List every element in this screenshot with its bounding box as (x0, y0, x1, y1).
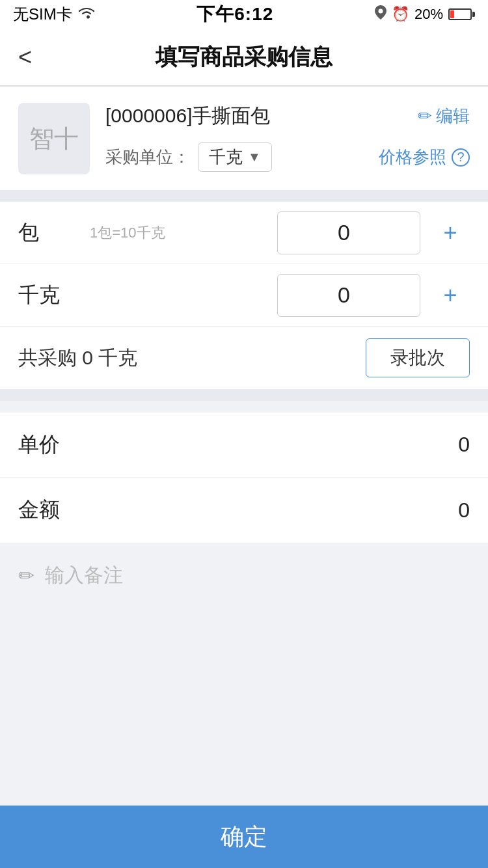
price-reference-button[interactable]: 价格参照 ? (379, 146, 470, 169)
amount-label: 金额 (18, 496, 60, 524)
notes-input-row[interactable]: ✏ 输入备注 (18, 562, 470, 589)
chevron-down-icon: ▼ (248, 150, 261, 165)
bao-input-wrap: + (277, 211, 470, 254)
info-section: 单价 0 金额 0 (0, 413, 488, 543)
edit-button[interactable]: ✏ 编辑 (418, 105, 470, 128)
kg-label: 千克 (18, 281, 83, 310)
status-right: ⏰ 20% (375, 5, 475, 23)
wifi-icon (77, 5, 96, 23)
content-spacer (0, 607, 488, 802)
page-title: 填写商品采购信息 (156, 42, 332, 72)
amount-row: 金额 0 (0, 478, 488, 543)
amount-value: 0 (458, 498, 470, 522)
svg-point-0 (378, 9, 383, 14)
edit-icon: ✏ (418, 106, 432, 126)
location-icon (375, 5, 386, 23)
nav-bar: < 填写商品采购信息 (0, 29, 488, 86)
battery-icon (448, 8, 475, 20)
help-icon: ? (452, 148, 470, 167)
unit-price-label: 单价 (18, 431, 60, 459)
price-ref-label: 价格参照 (379, 146, 446, 169)
bao-label: 包 (18, 219, 83, 247)
kg-input-wrap: + (277, 274, 470, 317)
unit-value: 千克 (209, 146, 243, 169)
unit-select[interactable]: 千克 ▼ (198, 142, 272, 172)
kg-input[interactable] (277, 274, 420, 317)
product-card: 智十 [0000006]手撕面包 ✏ 编辑 采购单位： 千克 ▼ 价格参照 ? (0, 87, 488, 190)
summary-text: 共采购 0 千克 (18, 345, 137, 372)
unit-price-row: 单价 0 (0, 413, 488, 478)
unit-price-value: 0 (458, 433, 470, 457)
back-button[interactable]: < (18, 44, 32, 71)
section-divider-2 (0, 389, 488, 401)
product-unit-row: 采购单位： 千克 ▼ 价格参照 ? (105, 142, 470, 172)
product-name: [0000006]手撕面包 (105, 103, 270, 129)
status-bar: 无SIM卡 下午6:12 ⏰ 20% (0, 0, 488, 29)
battery-percent: 20% (414, 6, 443, 23)
form-section: 包 1包=10千克 + 千克 + (0, 202, 488, 327)
pencil-icon: ✏ (18, 564, 34, 587)
product-info: [0000006]手撕面包 ✏ 编辑 采购单位： 千克 ▼ 价格参照 ? (105, 103, 470, 172)
product-logo: 智十 (29, 122, 79, 156)
section-divider-1 (0, 190, 488, 202)
unit-label: 采购单位： (105, 146, 190, 169)
status-left: 无SIM卡 (13, 4, 96, 25)
kg-plus-button[interactable]: + (431, 274, 470, 317)
summary-row: 共采购 0 千克 录批次 (0, 327, 488, 389)
bao-plus-button[interactable]: + (431, 211, 470, 254)
notes-placeholder: 输入备注 (45, 562, 123, 589)
product-name-row: [0000006]手撕面包 ✏ 编辑 (105, 103, 470, 129)
product-image: 智十 (18, 103, 90, 174)
alarm-icon: ⏰ (392, 6, 409, 23)
confirm-bar[interactable]: 确定 (0, 806, 488, 868)
kg-row: 千克 + (0, 264, 488, 327)
batch-button[interactable]: 录批次 (366, 338, 470, 377)
bao-sublabel: 1包=10千克 (90, 223, 277, 243)
notes-section: ✏ 输入备注 (0, 544, 488, 607)
bao-input[interactable] (277, 211, 420, 254)
status-time: 下午6:12 (197, 2, 273, 27)
carrier-label: 无SIM卡 (13, 4, 72, 25)
edit-label: 编辑 (436, 105, 470, 128)
bao-row: 包 1包=10千克 + (0, 202, 488, 264)
confirm-label: 确定 (221, 821, 267, 853)
